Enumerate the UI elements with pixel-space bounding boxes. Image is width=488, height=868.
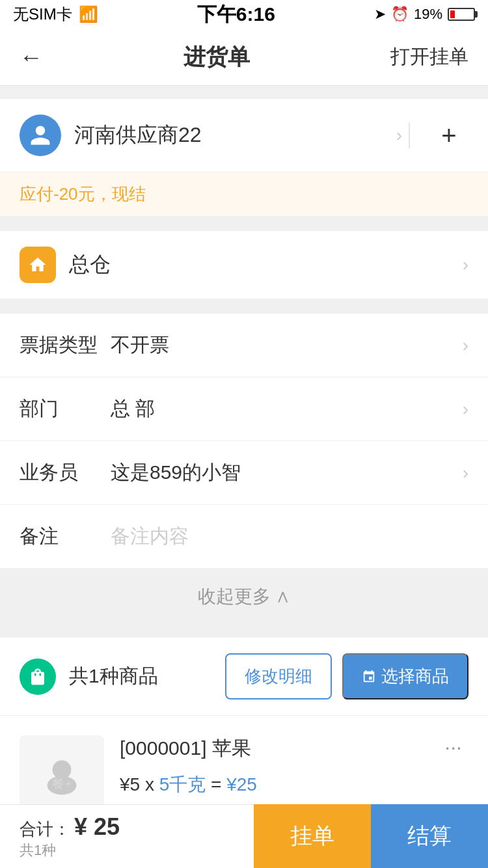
cart-icon [362,670,376,684]
invoice-chevron: › [463,335,468,356]
status-right: ➤ ⏰ 19% [374,6,475,23]
total-count: 共1种 [20,841,234,860]
department-label: 部门 [20,396,111,422]
department-value: 总 部 [111,396,463,422]
select-product-button[interactable]: 选择商品 [342,653,468,699]
time-display: 下午6:16 [197,1,275,28]
wifi-icon: 📶 [79,5,98,23]
total-label: 合计： [20,818,70,841]
location-icon: ➤ [374,6,386,23]
price-x: x [145,774,159,794]
supplier-avatar [20,115,61,156]
shopping-bag-icon [28,667,47,686]
products-icon-badge [20,658,56,695]
product-info: [0000001] 苹果 ¥5 x 5千克 = ¥25 [120,735,438,797]
price-equals: = [211,774,226,794]
invoice-row[interactable]: 票据类型 不开票 › [0,314,488,377]
battery-icon [448,8,475,21]
warehouse-icon-badge [20,247,56,283]
total-section: 合计： ¥ 25 共1种 [0,804,254,868]
product-price: ¥5 x 5千克 = ¥25 [120,772,438,797]
home-icon [28,255,47,275]
form-section: 票据类型 不开票 › 部门 总 部 › 业务员 这是859的小智 › 备注 备注… [0,314,488,569]
supplier-row[interactable]: 河南供应商22 › + [0,99,488,172]
gap-2 [0,218,488,231]
back-button[interactable]: ← [20,44,43,71]
checkout-button[interactable]: 结算 [371,804,488,868]
quantity-value: 5千克 [159,774,206,794]
salesman-row[interactable]: 业务员 这是859的小智 › [0,441,488,505]
nav-bar: ← 进货单 打开挂单 [0,29,488,86]
alarm-icon: ⏰ [391,6,409,23]
supplier-section: 河南供应商22 › + 应付-20元，现结 [0,99,488,217]
supplier-name: 河南供应商22 [74,121,396,150]
invoice-label: 票据类型 [20,332,111,359]
svg-text:餐+: 餐+ [52,777,72,791]
status-bar: 无SIM卡 📶 下午6:16 ➤ ⏰ 19% [0,0,488,29]
warehouse-section: 总仓 › [0,231,488,299]
products-count: 共1种商品 [69,663,225,690]
select-product-label: 选择商品 [381,665,449,688]
salesman-label: 业务员 [20,459,111,486]
gap-3 [0,301,488,314]
warehouse-row[interactable]: 总仓 › [0,231,488,299]
department-row[interactable]: 部门 总 部 › [0,377,488,441]
remark-label: 备注 [20,523,111,550]
person-icon [29,124,52,147]
gap-1 [0,86,488,99]
bottom-bar: 合计： ¥ 25 共1种 挂单 结算 [0,804,488,868]
remark-input[interactable]: 备注内容 [111,523,468,550]
product-placeholder-icon: 餐+ [36,752,88,804]
notice-text: 应付-20元，现结 [20,184,146,204]
page-title: 进货单 [183,42,250,72]
salesman-chevron: › [463,463,468,483]
supplier-chevron: › [396,125,402,146]
invoice-value: 不开票 [111,332,463,359]
warehouse-chevron: › [463,254,468,275]
total-value: ¥25 [226,774,257,794]
add-supplier-button[interactable]: + [429,116,468,155]
product-more-button[interactable]: ··· [438,735,468,759]
notice-bar: 应付-20元，现结 [0,172,488,217]
product-name: [0000001] 苹果 [120,735,438,762]
department-chevron: › [463,399,468,420]
salesman-value: 这是859的小智 [111,459,463,486]
status-left: 无SIM卡 📶 [13,4,98,25]
price-unit: ¥5 [120,774,140,794]
remark-row[interactable]: 备注 备注内容 [0,505,488,569]
battery-text: 19% [414,6,442,23]
total-amount: ¥ 25 [74,813,120,841]
warehouse-name: 总仓 [69,251,463,279]
hang-button[interactable]: 挂单 [254,804,371,868]
edit-detail-button[interactable]: 修改明细 [225,653,332,699]
open-hang-button[interactable]: 打开挂单 [390,44,468,70]
products-header: 共1种商品 修改明细 选择商品 [0,638,488,716]
supplier-divider [409,122,410,148]
collapse-button[interactable]: 收起更多 ∧ [0,570,488,623]
gap-4 [0,623,488,636]
carrier-text: 无SIM卡 [13,4,72,25]
